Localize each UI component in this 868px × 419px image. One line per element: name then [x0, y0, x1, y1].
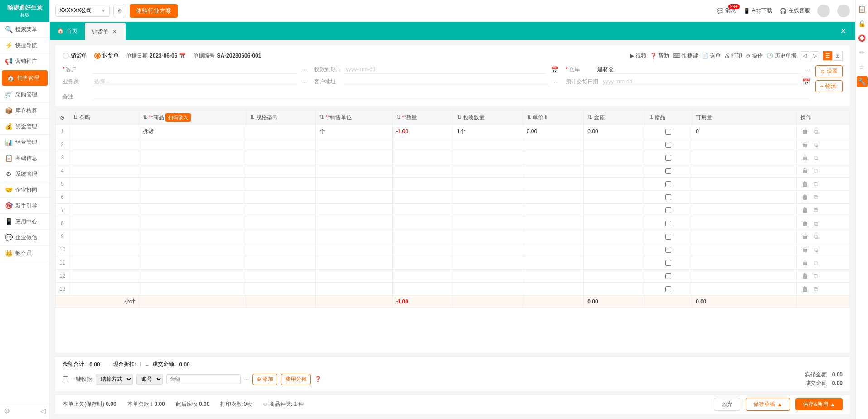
add-button[interactable]: ⊕ 添加 [252, 374, 277, 385]
sidebar-item-sales[interactable]: 🏠 销售管理 [2, 70, 48, 86]
print-button[interactable]: 🖨 打印 [724, 52, 742, 60]
delete-icon[interactable]: 🗑 [800, 258, 810, 267]
delete-icon[interactable]: 🗑 [800, 219, 810, 228]
price-cell[interactable]: 0.00 [523, 125, 583, 138]
gift-checkbox[interactable] [665, 207, 671, 213]
add-dots-icon[interactable]: ··· [244, 376, 249, 382]
grid-view-button[interactable]: ⊞ [833, 51, 843, 61]
delete-icon[interactable]: 🗑 [800, 193, 810, 202]
rp-tool-icon[interactable]: 🔧 [857, 76, 868, 87]
payment-date-calendar-icon[interactable]: 📅 [551, 66, 558, 73]
rp-edit-icon[interactable]: ✏ [857, 47, 868, 58]
gift-checkbox[interactable] [665, 194, 671, 200]
gift-checkbox[interactable] [665, 273, 671, 279]
delete-icon[interactable]: 🗑 [800, 284, 810, 294]
setting-button[interactable]: ⊙ 设置 [815, 65, 843, 77]
one-click-checkbox[interactable] [63, 376, 68, 382]
delete-icon[interactable]: 🗑 [800, 166, 810, 175]
window-close-icon[interactable]: ✕ [835, 27, 852, 35]
sidebar-item-purchase[interactable]: 🛒 采购管理 [0, 87, 49, 103]
app-download-button[interactable]: 📱 App下载 [743, 7, 772, 14]
delete-icon[interactable]: 🗑 [800, 206, 810, 215]
delete-icon[interactable]: 🗑 [800, 245, 810, 254]
sidebar-item-wechat[interactable]: 💬 企业微信 [0, 230, 49, 246]
copy-icon[interactable]: ⧉ [811, 258, 820, 267]
sidebar-item-management[interactable]: 📊 经营管理 [0, 135, 49, 150]
customer-address-input[interactable] [344, 77, 549, 86]
copy-icon[interactable]: ⧉ [811, 153, 820, 162]
barcode-cell[interactable] [69, 125, 139, 138]
gift-checkbox[interactable] [665, 234, 671, 240]
tab-sales-order[interactable]: 销货单 ✕ [85, 23, 126, 41]
topbar-settings-button[interactable]: ⚙ [113, 5, 126, 17]
date-calendar-icon[interactable]: 📅 [179, 53, 186, 59]
help-button[interactable]: ❓ 帮助 [650, 52, 669, 60]
copy-icon[interactable]: ⧉ [811, 127, 820, 136]
delete-icon[interactable]: 🗑 [800, 127, 810, 136]
delete-icon[interactable]: 🗑 [800, 153, 810, 162]
unit-cell[interactable]: 个 [316, 125, 392, 138]
sidebar-item-basic[interactable]: 📋 基础信息 [0, 150, 49, 166]
copy-icon[interactable]: ⧉ [811, 232, 820, 241]
payment-date-input[interactable] [344, 65, 546, 74]
salesperson-input[interactable] [92, 77, 298, 86]
settings-icon[interactable]: ⚙ [4, 407, 10, 415]
amount-input[interactable] [166, 374, 241, 384]
delete-icon[interactable]: 🗑 [800, 232, 810, 241]
logistics-button[interactable]: + 物流 [815, 80, 843, 92]
amount-cell[interactable]: 0.00 [584, 125, 645, 138]
rp-star-icon[interactable]: ☆ [857, 62, 868, 72]
customer-address-dots-icon[interactable]: ··· [554, 79, 558, 85]
message-button[interactable]: 💬 消息 99+ [717, 7, 736, 14]
warehouse-dots-icon[interactable]: ··· [805, 67, 810, 73]
gift-checkbox[interactable] [665, 129, 671, 135]
sidebar-item-app[interactable]: 📱 应用中心 [0, 214, 49, 230]
abandon-button[interactable]: 放弃 [714, 398, 740, 411]
sidebar-item-system[interactable]: ⚙ 系统管理 [0, 166, 49, 182]
customer-input[interactable] [92, 65, 298, 74]
prev-arrow[interactable]: ◁ [800, 51, 809, 60]
collapse-icon[interactable]: ◁ [40, 407, 46, 415]
tab-close-icon[interactable]: ✕ [111, 28, 118, 35]
sidebar-item-marketing[interactable]: 📢 营销推广 [0, 53, 49, 69]
radio-return[interactable]: 退货单 [94, 52, 119, 60]
pack-qty-cell[interactable]: 1个 [453, 125, 523, 138]
sidebar-item-inventory[interactable]: 📦 库存核算 [0, 103, 49, 119]
delete-icon[interactable]: 🗑 [800, 140, 810, 149]
copy-icon[interactable]: ⧉ [811, 193, 820, 202]
scan-button[interactable]: 扫码录入 [165, 113, 191, 122]
copy-icon[interactable]: ⧉ [811, 179, 820, 188]
sidebar-item-member[interactable]: 👑 畅会员 [0, 246, 49, 261]
experience-button[interactable]: 体验行业方案 [130, 4, 178, 18]
radio-sales[interactable]: 销货单 [63, 52, 87, 60]
one-click-pay[interactable]: 一键收款 [63, 376, 92, 383]
warehouse-input[interactable] [596, 65, 801, 74]
sidebar-item-quick-nav[interactable]: ⚡ 快捷导航 [0, 38, 49, 53]
qty-cell[interactable]: -1.00 [392, 125, 453, 138]
template-button[interactable]: 📄 选单 [702, 52, 721, 60]
list-view-button[interactable]: ☰ [823, 51, 833, 61]
note-input[interactable] [92, 92, 810, 101]
operation-button[interactable]: ⚙ 操作 [746, 52, 763, 60]
avatar[interactable] [817, 5, 830, 17]
delivery-date-input[interactable] [601, 77, 798, 86]
gift-checkbox[interactable] [665, 181, 671, 187]
gift-checkbox[interactable] [665, 221, 671, 226]
customer-dots-icon[interactable]: ··· [302, 67, 307, 73]
company-selector[interactable]: XXXXXX公司 ▼ [55, 5, 110, 17]
next-arrow[interactable]: ▷ [810, 51, 819, 60]
salesperson-dots-icon[interactable]: ··· [302, 79, 307, 85]
settlement-select[interactable]: 结算方式 [96, 374, 133, 385]
copy-icon[interactable]: ⧉ [811, 271, 820, 280]
account-select[interactable]: 账号 [136, 374, 163, 385]
rp-note-icon[interactable]: 📋 [857, 4, 868, 14]
copy-icon[interactable]: ⧉ [811, 219, 820, 228]
video-button[interactable]: ▶ 视频 [630, 52, 646, 60]
rp-circle-icon[interactable]: ⭕ [857, 33, 868, 43]
fee-split-button[interactable]: 费用分摊 [281, 374, 311, 385]
copy-icon[interactable]: ⧉ [811, 245, 820, 254]
save-new-button[interactable]: 保存&新增 ▲ [795, 398, 843, 410]
gift-checkbox[interactable] [665, 155, 671, 161]
delete-icon[interactable]: 🗑 [800, 179, 810, 188]
history-button[interactable]: 🕐 历史单据 [766, 52, 796, 60]
